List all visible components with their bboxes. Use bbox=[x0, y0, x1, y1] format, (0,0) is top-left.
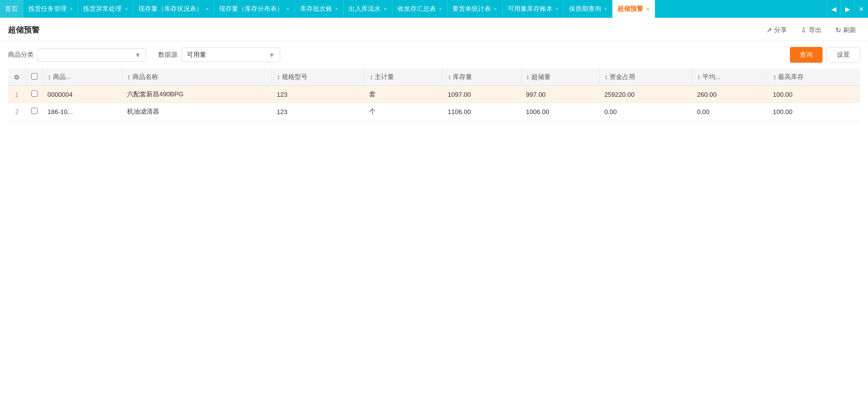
nav-close-btn-3[interactable]: × bbox=[206, 6, 209, 12]
nav-close-btn-6[interactable]: × bbox=[384, 6, 387, 12]
table-wrapper: ⚙ ↕ 商品... ↕ 商品名称 ↕ 规格型号 bbox=[0, 69, 868, 120]
nav-next-arrow[interactable]: ▶ bbox=[840, 0, 854, 18]
category-filter: 商品分类 ▼ bbox=[8, 48, 146, 62]
col-gear: ⚙ bbox=[8, 69, 26, 86]
col-capital: ↕ 资金占用 bbox=[599, 69, 692, 86]
col-max-stock: ↕ 最高库存 bbox=[768, 69, 860, 86]
nav-close-all-arrow[interactable]: ✕ bbox=[854, 0, 868, 18]
nav-item-10[interactable]: 保质期查询× bbox=[564, 0, 612, 18]
gear-icon[interactable]: ⚙ bbox=[14, 74, 20, 81]
row-name: 六配套新昌490BPG bbox=[122, 86, 272, 103]
row-capital: 0.00 bbox=[599, 103, 692, 120]
datasource-select[interactable]: 可用量 ▼ bbox=[181, 47, 280, 62]
refresh-icon: ↻ bbox=[835, 26, 841, 34]
row-num: 2 bbox=[8, 103, 26, 120]
export-button[interactable]: ⇩ 导出 bbox=[797, 24, 825, 37]
nav-item-8[interactable]: 要货单统计表× bbox=[447, 0, 502, 18]
nav-close-btn-11[interactable]: × bbox=[646, 6, 649, 12]
row-max-stock: 100.00 bbox=[768, 103, 860, 120]
datasource-select-value: 可用量 bbox=[187, 50, 206, 59]
page-header: 超储预警 ↗ 分享 ⇩ 导出 ↻ 刷新 bbox=[0, 18, 868, 41]
category-label: 商品分类 bbox=[8, 50, 34, 59]
nav-close-btn-5[interactable]: × bbox=[335, 6, 338, 12]
category-select[interactable]: ▼ bbox=[38, 48, 146, 62]
col-spec: ↕ 规格型号 bbox=[272, 69, 365, 86]
header-actions: ↗ 分享 ⇩ 导出 ↻ 刷新 bbox=[762, 24, 860, 37]
nav-close-btn-7[interactable]: × bbox=[439, 6, 442, 12]
filter-area: 商品分类 ▼ 数据源 可用量 ▼ 查询 设置 bbox=[0, 41, 868, 69]
row-avg: 0.00 bbox=[692, 103, 768, 120]
nav-item-5[interactable]: 库存批次账× bbox=[295, 0, 344, 18]
col-overstock: ↕ 超储量 bbox=[521, 69, 599, 86]
query-button[interactable]: 查询 bbox=[790, 47, 823, 63]
table-row: 2 186-10... 机油滤清器 123 个 1106.00 1006.00 … bbox=[8, 103, 860, 120]
datasource-filter: 数据源 可用量 ▼ bbox=[158, 47, 280, 62]
row-checkbox-1[interactable] bbox=[31, 108, 38, 114]
category-chevron-icon: ▼ bbox=[134, 51, 141, 59]
nav-item-1[interactable]: 拣货任务管理× bbox=[23, 0, 78, 18]
nav-close-btn-8[interactable]: × bbox=[494, 6, 497, 12]
col-avg: ↕ 平均... bbox=[692, 69, 768, 86]
refresh-button[interactable]: ↻ 刷新 bbox=[831, 24, 860, 37]
filter-actions: 查询 设置 bbox=[790, 47, 860, 63]
col-name: ↕ 商品名称 bbox=[122, 69, 272, 86]
row-code: 0000004 bbox=[43, 86, 122, 103]
nav-close-btn-9[interactable]: × bbox=[556, 6, 559, 12]
share-icon: ↗ bbox=[766, 26, 772, 34]
row-stock: 1097.00 bbox=[443, 86, 521, 103]
settings-button[interactable]: 设置 bbox=[826, 47, 860, 63]
row-checkbox-cell bbox=[26, 103, 43, 120]
nav-item-9[interactable]: 可用量库存账本× bbox=[503, 0, 564, 18]
table-header: ⚙ ↕ 商品... ↕ 商品名称 ↕ 规格型号 bbox=[8, 69, 860, 86]
row-checkbox-cell bbox=[26, 86, 43, 103]
row-name: 机油滤清器 bbox=[122, 103, 272, 120]
nav-item-0[interactable]: 首页 bbox=[0, 0, 23, 18]
nav-close-btn-4[interactable]: × bbox=[286, 6, 289, 12]
row-checkbox-0[interactable] bbox=[31, 90, 38, 97]
top-nav: 首页拣货任务管理×拣货异常处理×现存量（库存状况表）×现存量（库存分布表）×库存… bbox=[0, 0, 868, 18]
datasource-chevron-icon: ▼ bbox=[268, 51, 275, 59]
col-code: ↕ 商品... bbox=[43, 69, 122, 86]
table-body: 1 0000004 六配套新昌490BPG 123 套 1097.00 997.… bbox=[8, 86, 860, 120]
table-row: 1 0000004 六配套新昌490BPG 123 套 1097.00 997.… bbox=[8, 86, 860, 103]
row-avg: 260.00 bbox=[692, 86, 768, 103]
nav-item-6[interactable]: 出入库流水× bbox=[344, 0, 392, 18]
nav-close-btn-10[interactable]: × bbox=[604, 6, 607, 12]
row-spec: 123 bbox=[272, 86, 365, 103]
row-unit: 个 bbox=[364, 103, 442, 120]
row-unit: 套 bbox=[364, 86, 442, 103]
row-max-stock: 100.00 bbox=[768, 86, 860, 103]
nav-item-4[interactable]: 现存量（库存分布表）× bbox=[214, 0, 295, 18]
col-checkbox bbox=[26, 69, 43, 86]
export-icon: ⇩ bbox=[801, 26, 807, 34]
nav-item-3[interactable]: 现存量（库存状况表）× bbox=[133, 0, 214, 18]
nav-prev-arrow[interactable]: ◀ bbox=[826, 0, 840, 18]
row-overstock: 997.00 bbox=[521, 86, 599, 103]
page-title: 超储预警 bbox=[8, 25, 40, 36]
data-table: ⚙ ↕ 商品... ↕ 商品名称 ↕ 规格型号 bbox=[8, 69, 860, 120]
nav-item-7[interactable]: 收发存汇总表× bbox=[392, 0, 447, 18]
row-overstock: 1006.00 bbox=[521, 103, 599, 120]
nav-close-btn-1[interactable]: × bbox=[70, 6, 73, 12]
nav-item-2[interactable]: 拣货异常处理× bbox=[78, 0, 133, 18]
row-capital: 259220.00 bbox=[599, 86, 692, 103]
row-num: 1 bbox=[8, 86, 26, 103]
datasource-label: 数据源 bbox=[158, 50, 177, 59]
row-stock: 1106.00 bbox=[443, 103, 521, 120]
row-code: 186-10... bbox=[43, 103, 122, 120]
nav-close-btn-2[interactable]: × bbox=[125, 6, 128, 12]
select-all-checkbox[interactable] bbox=[31, 73, 38, 79]
page-wrapper: 超储预警 ↗ 分享 ⇩ 导出 ↻ 刷新 商品分类 ▼ 数据源 bbox=[0, 18, 868, 395]
row-spec: 123 bbox=[272, 103, 365, 120]
col-stock: ↕ 库存量 bbox=[443, 69, 521, 86]
col-unit: ↕ 主计量 bbox=[364, 69, 442, 86]
share-button[interactable]: ↗ 分享 bbox=[762, 24, 791, 37]
nav-item-11[interactable]: 超储预警× bbox=[612, 0, 654, 18]
